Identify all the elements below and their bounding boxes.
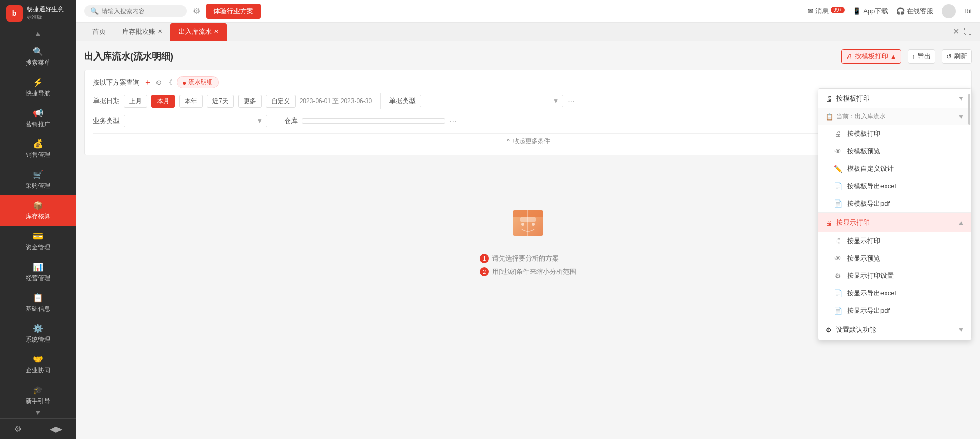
sidebar-item-label: 新手引导 [26,397,50,406]
step2-num: 2 [480,267,489,276]
inventory-icon: 📦 [33,201,43,210]
sidebar-item-guide[interactable]: 🎓 新手引导 [0,380,76,406]
search-input[interactable] [102,8,179,15]
dropdown-item-template-pdf[interactable]: 📄 按模板导出pdf [818,195,971,212]
sidebar-item-label: 经营管理 [26,274,50,283]
industry-btn[interactable]: 体验行业方案 [206,4,261,19]
sidebar-item-finance[interactable]: 💳 资金管理 [0,226,76,257]
system-icon: ⚙️ [33,324,43,333]
topbar-gear-btn[interactable]: ⚙ [193,6,200,16]
sidebar-item-operations[interactable]: 📊 经营管理 [0,257,76,288]
dropdown-scrollbar[interactable] [968,94,970,125]
warehouse-more-btn[interactable]: ··· [449,116,456,126]
step1-text: 请先选择要分析的方案 [492,254,559,263]
warehouse-label: 仓库 [284,116,298,126]
message-icon: ✉ [808,7,813,15]
display-excel-icon: 📄 [834,289,842,297]
sidebar: b 畅捷通好生意 标准版 ▲ 🔍 搜索菜单 ⚡ 快捷导航 📢 营销推广 💰 销售… [0,0,76,439]
sidebar-item-inventory[interactable]: 📦 库存核算 [0,195,76,226]
item-label: 按显示导出excel [847,289,896,298]
sidebar-settings-btn[interactable]: ⚙ [14,424,22,434]
logo-area: b 畅捷通好生意 标准版 [0,0,76,27]
dropdown-display-print-header[interactable]: 🖨 按显示打印 ▲ [818,213,971,232]
sidebar-item-quicknav[interactable]: ⚡ 快捷导航 [0,72,76,103]
filter-add-btn[interactable]: ＋ [144,77,152,88]
main-content: 🔍 ⚙ 体验行业方案 ✉ 消息 99+ 📱 App下载 🎧 在线客服 Rit [76,0,980,439]
dropdown-item-display-preview[interactable]: 👁 按显示预览 [818,250,971,267]
refresh-btn[interactable]: ↺ 刷新 [942,49,972,64]
dropdown-item-template-custom[interactable]: ✏️ 模板自定义设计 [818,160,971,177]
sidebar-item-basicinfo[interactable]: 📋 基础信息 [0,288,76,318]
warehouse-select[interactable] [302,118,445,124]
biztype-select[interactable]: ▼ [124,115,267,127]
sidebar-item-collab[interactable]: 🤝 企业协同 [0,349,76,380]
sidebar-nav: 🔍 搜索菜单 ⚡ 快捷导航 📢 营销推广 💰 销售管理 🛒 采购管理 📦 库存核… [0,39,76,406]
filter-settings-btn[interactable]: ⊙ [156,78,162,86]
date-btn-last-7[interactable]: 近7天 [207,95,234,108]
tab-flowdetail-close[interactable]: ✕ [214,28,219,35]
tab-close-all-btn[interactable]: ✕ [953,27,959,36]
doc-type-label: 单据类型 [389,96,416,106]
dropdown-item-display-settings[interactable]: ⚙ 按显示打印设置 [818,267,971,285]
tab-home[interactable]: 首页 [84,23,114,41]
app-download-btn[interactable]: 📱 App下载 [853,7,888,16]
design-icon: ✏️ [834,165,842,173]
sidebar-scroll-down[interactable]: ▼ [0,406,76,418]
date-btn-this-year[interactable]: 本年 [179,95,203,108]
preview-icon: 👁 [834,147,842,155]
sidebar-item-search[interactable]: 🔍 搜索菜单 [0,42,76,72]
tab-maximize-btn[interactable]: ⛶ [964,27,972,36]
set-default-icon: ⚙ [826,326,832,334]
item-label: 按模板预览 [847,147,880,156]
filter-biztype-item: 业务类型 ▼ [93,115,267,127]
dropdown-item-template-excel[interactable]: 📄 按模板导出excel [818,177,971,195]
tab-batch-close[interactable]: ✕ [158,28,162,35]
sidebar-item-marketing[interactable]: 📢 营销推广 [0,103,76,134]
sidebar-item-label: 系统管理 [26,335,50,344]
sidebar-item-sales[interactable]: 💰 销售管理 [0,134,76,165]
filter-divider-2 [276,113,276,129]
tabs-bar: 首页 库存批次账 ✕ 出入库流水 ✕ ✕ ⛶ [76,23,980,41]
sidebar-collapse-btn[interactable]: ◀▶ [50,424,62,434]
date-btn-this-month[interactable]: 本月 [151,95,175,108]
sidebar-item-label: 快捷导航 [26,89,50,98]
dropdown-item-display-print[interactable]: 🖨 按显示打印 [818,232,971,250]
message-badge: 99+ [831,7,845,13]
dropdown-item-display-pdf[interactable]: 📄 按显示导出pdf [818,302,971,320]
app-name: 畅捷通好生意 [27,6,64,14]
sidebar-item-label: 营销推广 [26,120,50,129]
date-btn-more[interactable]: 更多 [238,95,262,108]
export-btn[interactable]: ↑ 导出 [908,49,936,64]
filter-collapse-btn[interactable]: 《 [166,78,172,87]
doc-type-more-btn[interactable]: ··· [567,96,574,106]
messages-btn[interactable]: ✉ 消息 99+ [808,7,845,16]
sales-icon: 💰 [33,139,43,149]
search-box[interactable]: 🔍 [84,5,187,17]
printer-icon-2: 🖨 [826,95,832,103]
dropdown-set-default-header[interactable]: ⚙ 设置默认功能 ▼ [818,320,971,340]
username: Rit [964,8,972,15]
sidebar-item-purchase[interactable]: 🛒 采购管理 [0,165,76,195]
dropdown-item-template-print[interactable]: 🖨 按模板打印 [818,125,971,143]
item-label: 模板自定义设计 [847,164,894,173]
display-print-icon: 🖨 [826,219,832,227]
sidebar-item-system[interactable]: ⚙️ 系统管理 [0,318,76,349]
dropdown-template-print-header[interactable]: 🖨 按模板打印 ▼ [818,89,971,108]
date-btn-last-month[interactable]: 上月 [124,95,147,108]
avatar[interactable] [942,4,956,18]
date-btn-custom[interactable]: 自定义 [266,95,296,108]
tab-flowdetail[interactable]: 出入库流水 ✕ [170,23,227,41]
page-header: 出入库流水(流水明细) 🖨 按模板打印 ▲ ↑ 导出 ↺ 刷新 [84,49,972,64]
doc-type-select[interactable]: ▼ [420,95,563,107]
tab-batch[interactable]: 库存批次账 ✕ [114,23,170,41]
dropdown-item-display-excel[interactable]: 📄 按显示导出excel [818,285,971,302]
display-print-icon-2: 🖨 [834,237,842,245]
sidebar-scroll-up[interactable]: ▲ [0,27,76,39]
filter-header: 按以下方案查询 ＋ ⊙ 《 ● 流水明细 [93,76,963,88]
chevron-down-icon-6: ▼ [958,326,964,333]
quicknav-icon: ⚡ [33,77,43,87]
online-service-btn[interactable]: 🎧 在线客服 [896,7,933,16]
export-label: 导出 [917,52,931,61]
dropdown-item-template-preview[interactable]: 👁 按模板预览 [818,143,971,160]
template-print-btn[interactable]: 🖨 按模板打印 ▲ [841,49,901,64]
